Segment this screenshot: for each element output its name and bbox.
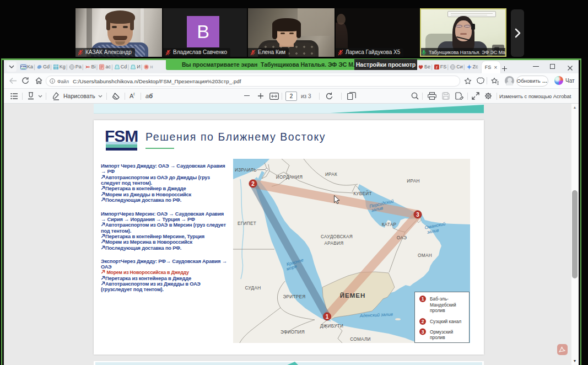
svg-text:КАТАР: КАТАР — [382, 222, 397, 227]
svg-text:пролив: пролив — [430, 335, 445, 340]
svg-text:3: 3 — [422, 329, 424, 335]
svg-text:Ормузский: Ормузский — [430, 329, 453, 335]
svg-text:АРАВИЯ: АРАВИЯ — [325, 241, 344, 246]
svg-text:ОАЭ: ОАЭ — [397, 235, 407, 240]
svg-text:ƒ: ƒ — [436, 65, 438, 68]
svg-text:2: 2 — [251, 181, 255, 187]
svg-text:ИОРДАНИЯ: ИОРДАНИЯ — [276, 175, 303, 180]
svg-text:СУДАН: СУДАН — [245, 286, 261, 291]
svg-text:Баб-эль-: Баб-эль- — [430, 296, 449, 302]
svg-text:1: 1 — [326, 314, 329, 320]
svg-text:Суэцкий канал: Суэцкий канал — [430, 319, 461, 324]
svg-text:СОМАЛИ: СОМАЛИ — [350, 337, 371, 342]
svg-text:КУВЕЙТ: КУВЕЙТ — [353, 190, 372, 196]
svg-text:ЕГИПЕТ: ЕГИПЕТ — [238, 221, 256, 226]
svg-text:САУДОВСКАЯ: САУДОВСКАЯ — [321, 234, 353, 239]
svg-text:ИРАН: ИРАН — [407, 179, 419, 184]
svg-text:ЙЕМЕН: ЙЕМЕН — [340, 292, 366, 299]
svg-text:2: 2 — [422, 319, 424, 324]
svg-text:FSM: FSM — [21, 65, 26, 68]
svg-text:пролив: пролив — [430, 308, 445, 313]
svg-text:ДЖИБУТИ: ДЖИБУТИ — [320, 324, 343, 329]
svg-text:ЭФИОПИЯ: ЭФИОПИЯ — [280, 330, 305, 335]
svg-text:1: 1 — [422, 296, 424, 302]
svg-text:3: 3 — [416, 212, 419, 218]
svg-text:Я: Я — [145, 65, 148, 68]
svg-text:ЭРИТРЕЯ: ЭРИТРЕЯ — [283, 294, 305, 299]
svg-text:ИЗРАИЛЬ: ИЗРАИЛЬ — [235, 168, 257, 173]
svg-text:ОМАН: ОМАН — [418, 253, 432, 258]
svg-text:ИРАК: ИРАК — [325, 172, 337, 177]
svg-text:Мандебский: Мандебский — [430, 302, 456, 308]
